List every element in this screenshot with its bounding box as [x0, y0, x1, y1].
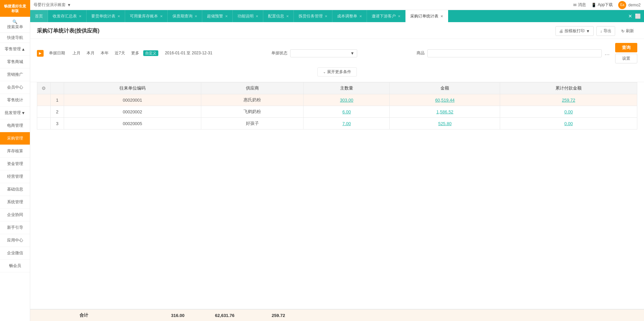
sidebar-item-inventory[interactable]: 库存核算 [0, 145, 30, 158]
sidebar-item-basic-info[interactable]: 基础信息 [0, 183, 30, 196]
query-button[interactable]: 查询 [615, 43, 637, 52]
date-last-month-btn[interactable]: 上月 [70, 50, 83, 57]
tab-close-icon[interactable]: ✕ [398, 14, 400, 18]
cell-main-qty[interactable]: 7.00 [304, 118, 390, 129]
sidebar-item-label: 营销推广 [7, 72, 23, 77]
tab-home[interactable]: 首页 [30, 10, 48, 22]
print-button[interactable]: 🖨 按模板打印 ▼ [555, 26, 594, 36]
user-menu[interactable]: Ea demo2 [618, 1, 641, 9]
expand-filter-button[interactable]: ⌄ 展开更多条件 [317, 67, 357, 76]
app-download-button[interactable]: 📱 App下载 [591, 2, 613, 8]
settings-button[interactable]: 设置 [615, 54, 637, 63]
sidebar-item-label: 资金管理 [7, 161, 23, 166]
tab-label: 超储预警 [207, 13, 223, 19]
message-button[interactable]: ✉ 消息 [573, 2, 586, 8]
sidebar-item-member2[interactable]: 畅会员 [0, 260, 30, 272]
filter-row-1: ▶ 单据日期 上月 本月 本年 近7天 更多 自定义 2016-01-01 至 … [37, 43, 637, 63]
sidebar-item-app-center[interactable]: 应用中心 [0, 234, 30, 247]
tab-label: 成本调整单 [337, 13, 357, 19]
cell-paid-amount[interactable]: 0.00 [500, 106, 637, 118]
cell-paid-amount[interactable]: 259.72 [500, 94, 637, 106]
tab-overstock-warning[interactable]: 超储预警 ✕ [202, 10, 233, 22]
date-filter-label: 单据日期 [49, 50, 65, 56]
goods-filter-input[interactable] [427, 49, 602, 57]
filter-toggle-button[interactable]: ▶ [37, 50, 44, 57]
tab-close-icon[interactable]: ✕ [160, 14, 163, 18]
tab-close-icon[interactable]: ✕ [195, 14, 197, 18]
date-7days-btn[interactable]: 近7天 [113, 50, 127, 57]
print-icon: 🖨 [559, 29, 563, 34]
tab-invite-downstream[interactable]: 邀请下游客户 ✕ [367, 10, 406, 22]
tabbar-end: ✕ ⬜ [625, 13, 644, 19]
sidebar-quick-nav[interactable]: 快捷导航 [0, 33, 30, 43]
sidebar-item-retail-stats[interactable]: 零售统计 [0, 94, 30, 107]
topbar-left: 母婴行业演示账套 ▼ [34, 2, 71, 8]
tab-config-info[interactable]: 配置信息 ✕ [263, 10, 294, 22]
cell-amount[interactable]: 1,586.52 [390, 106, 500, 118]
cell-settings [37, 106, 51, 118]
tab-close-icon[interactable]: ✕ [256, 14, 258, 18]
sidebar-search[interactable]: 🔍 搜索菜单 [0, 17, 30, 33]
tab-picking-task[interactable]: 拣货任务管理 ✕ [294, 10, 332, 22]
cell-amount[interactable]: 60,519.44 [390, 94, 500, 106]
filter-section: ▶ 单据日期 上月 本月 本年 近7天 更多 自定义 2016-01-01 至 … [30, 39, 644, 82]
footer-paid-amount: 259.72 [252, 313, 305, 318]
cell-main-qty[interactable]: 303.00 [304, 94, 390, 106]
cell-paid-amount[interactable]: 0.00 [500, 118, 637, 129]
sidebar-item-label: 畅会员 [9, 263, 21, 268]
more-options-icon[interactable]: … [604, 50, 610, 56]
cell-amount[interactable]: 525.80 [390, 118, 500, 129]
export-icon: ↓ [600, 29, 602, 34]
date-this-month-btn[interactable]: 本月 [85, 50, 97, 57]
sidebar-item-wholesale[interactable]: 批发管理 ▼ [0, 107, 30, 119]
date-more-btn[interactable]: 更多 [129, 50, 141, 57]
close-all-icon[interactable]: ✕ [628, 13, 632, 19]
industry-selector[interactable]: 母婴行业演示账套 ▼ [34, 2, 71, 8]
tab-close-icon[interactable]: ✕ [117, 14, 120, 18]
sidebar-item-system[interactable]: 系统管理 [0, 196, 30, 209]
sidebar-item-finance[interactable]: 资金管理 [0, 158, 30, 170]
date-this-year-btn[interactable]: 本年 [99, 50, 111, 57]
tab-purchase-summary[interactable]: 采购订单统计表 ✕ [406, 10, 448, 22]
cell-supplier: 惠氏奶粉 [201, 94, 304, 106]
chevron-down-icon: ▼ [586, 29, 590, 34]
sidebar-item-retail-mgmt[interactable]: 零售管理 ▲ [0, 43, 30, 56]
table-row[interactable]: 1 00020001 惠氏奶粉 303.00 60,519.44 259.72 [37, 94, 637, 106]
sidebar-item-wechat[interactable]: 企业微信 [0, 247, 30, 260]
maximize-icon[interactable]: ⬜ [635, 13, 641, 19]
table-row[interactable]: 2 00020002 飞鹤奶粉 6.00 1,586.52 0.00 [37, 106, 637, 118]
industry-name: 母婴行业演示账套 [34, 2, 66, 8]
tab-cost-adjust[interactable]: 成本调整单 ✕ [332, 10, 367, 22]
sidebar-item-ecommerce[interactable]: 电商管理 [0, 119, 30, 132]
tab-close-icon[interactable]: ✕ [359, 14, 362, 18]
tab-close-icon[interactable]: ✕ [325, 14, 327, 18]
sidebar-item-guide[interactable]: 新手引导 [0, 221, 30, 234]
table-footer: 合计 316.00 62,631.76 259.72 [30, 309, 644, 321]
tab-close-icon[interactable]: ✕ [79, 14, 82, 18]
refresh-button[interactable]: ↻ 刷新 [618, 26, 637, 36]
sidebar-item-marketing[interactable]: 营销推广 [0, 68, 30, 81]
cell-main-qty[interactable]: 6.00 [304, 106, 390, 118]
tab-close-icon[interactable]: ✕ [225, 14, 228, 18]
cell-unit-code: 00020005 [64, 118, 201, 129]
sidebar-item-purchase[interactable]: 采购管理 [0, 132, 30, 145]
chevron-down-icon: ▲ [21, 47, 25, 52]
tab-expiry-query[interactable]: 保质期查询 ✕ [168, 10, 202, 22]
tab-close-icon[interactable]: ✕ [440, 14, 443, 18]
tab-receive-summary[interactable]: 收发存汇总表 ✕ [48, 10, 87, 22]
tab-available-stock[interactable]: 可用量库存账本 ✕ [125, 10, 168, 22]
sidebar-item-operation[interactable]: 经营管理 [0, 170, 30, 183]
tab-function-desc[interactable]: 功能说明 ✕ [233, 10, 263, 22]
sidebar-item-member[interactable]: 会员中心 [0, 81, 30, 94]
table-row[interactable]: 3 00020005 好孩子 7.00 525.80 0.00 [37, 118, 637, 129]
sidebar-item-enterprise[interactable]: 企业协同 [0, 209, 30, 221]
status-select[interactable]: ▼ [290, 49, 357, 57]
col-settings[interactable]: ⚙ [37, 83, 51, 94]
tab-close-icon[interactable]: ✕ [286, 14, 289, 18]
tab-goods-summary[interactable]: 要货单统计表 ✕ [87, 10, 125, 22]
filter-dates: 上月 本月 本年 近7天 更多 自定义 [70, 50, 158, 57]
sidebar-item-retail-shop[interactable]: 零售商城 [0, 56, 30, 68]
tab-label: 保质期查询 [172, 13, 193, 19]
export-button[interactable]: ↓ 导出 [596, 26, 615, 36]
date-custom-badge[interactable]: 自定义 [143, 50, 158, 56]
